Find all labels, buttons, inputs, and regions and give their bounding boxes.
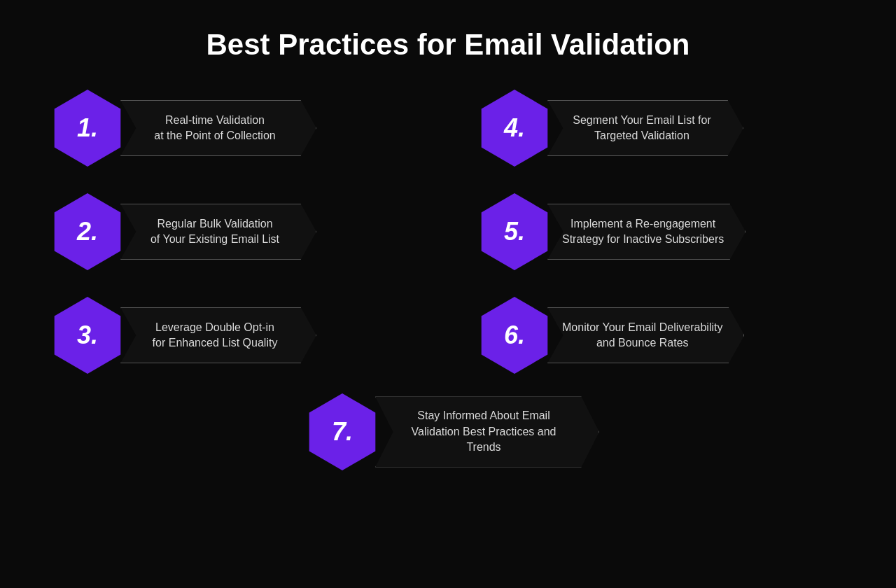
hex-badge: 2. [42, 186, 133, 277]
item-label-box: Leverage Double Opt-infor Enhanced List … [120, 307, 316, 363]
list-item: 1.Real-time Validationat the Point of Co… [42, 83, 427, 174]
list-item: 7.Stay Informed About EmailValidation Be… [297, 386, 599, 477]
hex-badge: 1. [42, 83, 133, 174]
item-number: 6. [504, 321, 525, 350]
hex-badge: 3. [42, 290, 133, 381]
item-number: 5. [504, 217, 525, 246]
hex-badge: 4. [469, 83, 560, 174]
list-item: 3.Leverage Double Opt-infor Enhanced Lis… [42, 290, 427, 381]
list-item: 5.Implement a Re-engagementStrategy for … [469, 186, 854, 277]
page-title: Best Practices for Email Validation [206, 28, 690, 62]
item-number: 3. [77, 321, 98, 350]
list-item: 6.Monitor Your Email Deliverabilityand B… [469, 290, 854, 381]
item-label-box: Segment Your Email List forTargeted Vali… [547, 100, 743, 156]
bottom-row: 7.Stay Informed About EmailValidation Be… [255, 386, 641, 477]
item-number: 2. [77, 217, 98, 246]
hex-badge: 6. [469, 290, 560, 381]
item-label: Regular Bulk Validationof Your Existing … [150, 216, 279, 248]
practices-grid: 1.Real-time Validationat the Point of Co… [0, 83, 896, 381]
item-number: 1. [77, 113, 98, 143]
item-label: Monitor Your Email Deliverabilityand Bou… [562, 320, 722, 351]
item-label-box: Implement a Re-engagementStrategy for In… [547, 204, 746, 260]
list-item: 4.Segment Your Email List forTargeted Va… [469, 83, 854, 174]
hex-badge: 5. [469, 186, 560, 277]
item-label-box: Stay Informed About EmailValidation Best… [375, 396, 599, 467]
item-label-box: Monitor Your Email Deliverabilityand Bou… [547, 307, 744, 363]
item-label: Leverage Double Opt-infor Enhanced List … [153, 320, 278, 351]
item-label-box: Real-time Validationat the Point of Coll… [120, 100, 316, 156]
list-item: 2.Regular Bulk Validationof Your Existin… [42, 186, 427, 277]
item-number: 4. [504, 113, 525, 143]
item-label-box: Regular Bulk Validationof Your Existing … [120, 204, 316, 260]
item-label: Segment Your Email List forTargeted Vali… [573, 113, 710, 144]
item-label: Stay Informed About EmailValidation Best… [412, 408, 556, 455]
item-label: Real-time Validationat the Point of Coll… [154, 113, 275, 144]
item-number: 7. [332, 417, 353, 447]
item-label: Implement a Re-engagementStrategy for In… [562, 216, 724, 248]
hex-badge: 7. [297, 386, 388, 477]
